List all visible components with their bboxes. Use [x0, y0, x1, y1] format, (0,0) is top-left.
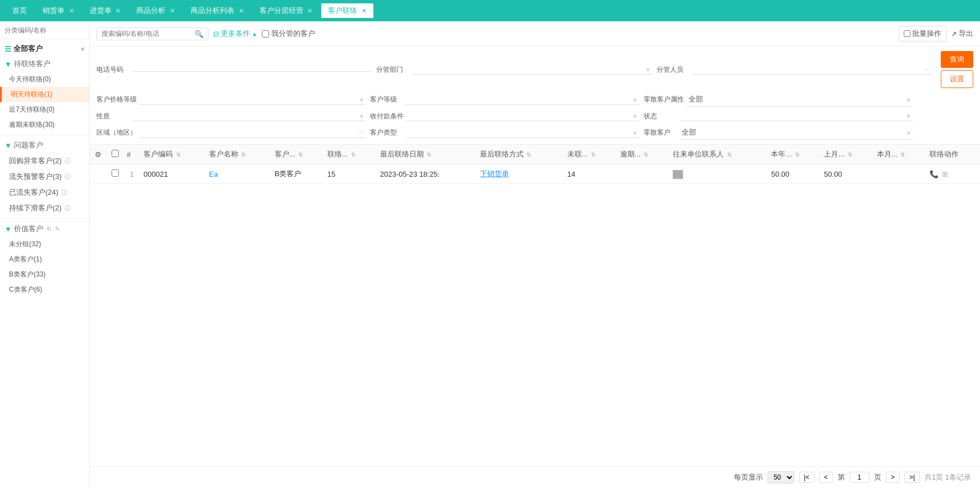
chevron-down-icon: ∨ [633, 130, 637, 136]
sidebar-item-today-contact[interactable]: 今天待联络(0) [0, 72, 89, 87]
select-all-checkbox[interactable] [112, 150, 119, 157]
status-select[interactable]: ∨ [679, 111, 913, 121]
close-product-analysis-icon[interactable]: ✕ [170, 7, 175, 14]
sort-icon[interactable]: ⇅ [727, 151, 732, 158]
sidebar-item-7day-contact[interactable]: 近7天待联络(0) [0, 102, 89, 117]
sort-icon[interactable]: ⇅ [526, 151, 531, 158]
info-icon-declining: ⓘ [64, 205, 71, 211]
next-page-button[interactable]: > [886, 472, 900, 483]
sidebar-item-churn-warning[interactable]: 流失预警客户(3) ⓘ [0, 169, 89, 185]
first-page-button[interactable]: |< [799, 472, 815, 483]
sidebar-search-input[interactable] [4, 26, 89, 34]
search-input[interactable] [101, 30, 195, 38]
group-problem-customers[interactable]: ▼ 问题客户 [0, 137, 89, 153]
cell-last-method[interactable]: 下销货单 [477, 164, 564, 184]
sidebar-item-class-b[interactable]: B类客户(33) [0, 267, 89, 282]
close-purchase-icon[interactable]: ✕ [115, 7, 121, 14]
cell-settings [90, 164, 107, 184]
retail-select[interactable]: 全部 ∨ [679, 126, 913, 140]
manager-select[interactable]: ··· [692, 65, 932, 75]
settings-button[interactable]: 设置 [941, 70, 973, 88]
nav-item-purchase[interactable]: 进货单 ✕ [83, 3, 128, 18]
row-checkbox[interactable] [112, 169, 119, 177]
sort-icon[interactable]: ⇅ [298, 151, 303, 158]
nature-select[interactable]: ∨ [132, 111, 366, 121]
sidebar-item-class-c[interactable]: C类客户(6) [0, 282, 89, 297]
grid-action-icon[interactable]: ⊞ [942, 170, 948, 178]
filter-row-1: 电话号码 分管部门 ∨ 分管人员 ··· [96, 51, 973, 88]
sidebar-item-churned[interactable]: 已流失客户(24) ⓘ [0, 185, 89, 200]
my-customers-check[interactable] [262, 30, 269, 38]
price-grade-select[interactable]: ∨ [139, 95, 366, 105]
sort-icon[interactable]: ⇅ [848, 151, 852, 158]
sidebar-item-declining[interactable]: 持续下滑客户(2) ⓘ [0, 200, 89, 216]
chevron-down-icon: ∨ [907, 130, 910, 136]
per-page-select[interactable]: 50 [768, 471, 794, 484]
nav-item-product-analysis[interactable]: 商品分析 ✕ [130, 3, 182, 18]
close-customer-contact-icon[interactable]: ✕ [362, 7, 367, 14]
sort-icon[interactable]: ⇅ [900, 151, 905, 158]
nav-item-product-analysis-list[interactable]: 商品分析列表 ✕ [184, 3, 251, 18]
region-select[interactable]: ··· [139, 128, 366, 138]
col-un-contact: 未联... ⇅ [564, 145, 617, 164]
cell-name[interactable]: Ea [206, 164, 271, 184]
group-pending-contact[interactable]: ▼ 待联络客户 [0, 56, 89, 72]
sort-icon[interactable]: ⇅ [351, 151, 355, 158]
sort-icon[interactable]: ⇅ [644, 151, 648, 158]
cell-unit-contacts: ██ [669, 164, 768, 184]
more-filters-button[interactable]: ⊟ 更多条件 ▲ [213, 29, 257, 39]
page-input[interactable] [849, 472, 870, 483]
query-button[interactable]: 查询 [941, 51, 973, 68]
customer-type-select[interactable]: ∨ [406, 128, 639, 138]
phone-action-icon[interactable]: 📞 [930, 170, 939, 178]
sidebar-item-class-a[interactable]: A类客户(1) [0, 252, 89, 267]
retail-attr-select[interactable]: 全部 ∨ [686, 93, 913, 107]
group-value-customers[interactable]: ▼ 价值客户 ↻ ✎ [0, 221, 89, 237]
payment-select[interactable]: ∨ [406, 111, 639, 121]
filter-dept: 分管部门 ∨ [376, 65, 651, 75]
price-grade-label: 客户价格等级 [96, 95, 137, 104]
sidebar-item-overdue-contact[interactable]: 逾期未联络(30) [0, 117, 89, 132]
col-settings[interactable]: ⚙ [90, 145, 107, 164]
phone-input[interactable] [132, 68, 372, 72]
dept-select[interactable]: ∨ [412, 65, 651, 75]
cell-this-month [873, 164, 926, 184]
sidebar-item-ungrouped[interactable]: 未分组(32) [0, 237, 89, 252]
per-page-label: 每页显示 [734, 472, 763, 482]
filter-retail-attr: 零散客户属性 全部 ∨ [644, 93, 913, 107]
sort-icon[interactable]: ⇅ [176, 151, 181, 158]
content-area: 🔍 ⊟ 更多条件 ▲ 我分管的客户 批量操作 ↗ 导出 [90, 21, 980, 488]
customer-grade-label: 客户等级 [370, 95, 404, 104]
all-customers-title[interactable]: ☰ 全部客户 « [0, 39, 89, 56]
cell-contacts: 15 [324, 164, 377, 184]
my-customers-checkbox[interactable]: 我分管的客户 [262, 29, 315, 39]
prev-page-button[interactable]: < [819, 472, 833, 483]
nav-item-customer-contact[interactable]: 客户联络 ✕ [321, 3, 373, 18]
nav-item-home[interactable]: 首页 [6, 3, 34, 18]
nav-item-customer-layer[interactable]: 客户分层经营 ✕ [253, 3, 320, 18]
close-customer-layer-icon[interactable]: ✕ [307, 7, 312, 14]
sort-icon[interactable]: ⇅ [591, 151, 595, 158]
sort-icon[interactable]: ⇅ [795, 151, 799, 158]
sidebar-item-tomorrow-contact[interactable]: 明天待联络(1) [0, 87, 89, 102]
sort-icon[interactable]: ⇅ [427, 151, 431, 158]
chevron-down-icon: ∨ [633, 96, 637, 103]
col-overdue: 逾期... ⇅ [617, 145, 669, 164]
sidebar-item-repurchase-abnormal[interactable]: 回购异常客户(2) ⓘ [0, 153, 89, 169]
nav-item-sales[interactable]: 销货单 ✕ [36, 3, 81, 18]
close-product-list-icon[interactable]: ✕ [239, 7, 244, 14]
batch-check[interactable] [904, 30, 910, 37]
customer-grade-select[interactable]: ∨ [406, 95, 639, 105]
info-icon-churned: ⓘ [61, 189, 67, 196]
search-input-wrap: 🔍 [96, 27, 209, 40]
batch-operations-button[interactable]: 批量操作 [899, 26, 946, 42]
sort-icon[interactable]: ⇅ [241, 151, 246, 158]
cell-checkbox [107, 164, 123, 184]
cell-type: B类客户 [271, 164, 324, 184]
close-sales-icon[interactable]: ✕ [69, 7, 74, 14]
export-button[interactable]: ↗ 导出 [951, 26, 973, 42]
last-page-button[interactable]: >| [904, 472, 920, 483]
chevron-down-icon: ∨ [646, 66, 650, 72]
search-icon[interactable]: 🔍 [195, 30, 204, 38]
chevron-more-icon: ··· [925, 66, 930, 72]
